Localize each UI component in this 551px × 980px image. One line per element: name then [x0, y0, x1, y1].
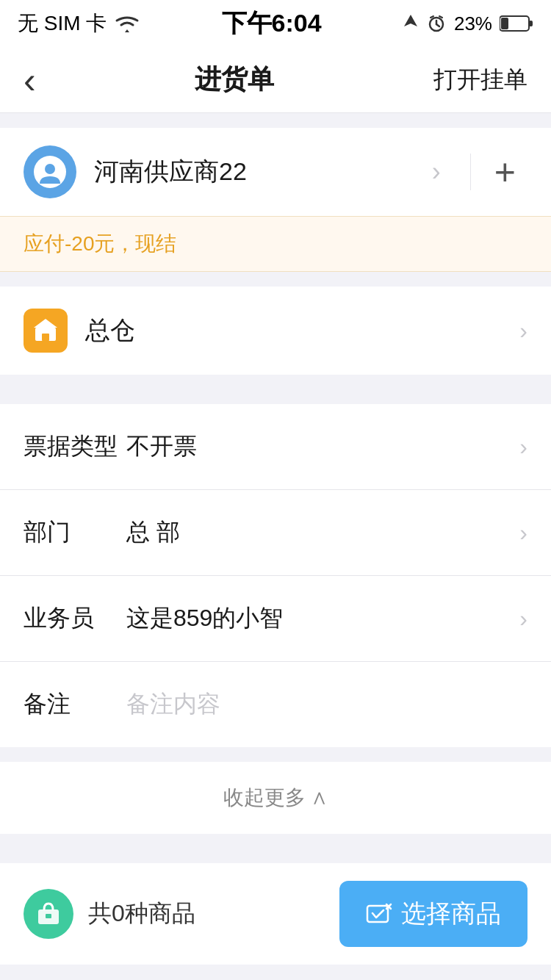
back-button[interactable]: ‹	[24, 59, 36, 101]
battery-text: 23%	[454, 12, 492, 35]
wifi-icon	[114, 13, 140, 34]
page-background	[0, 965, 551, 980]
supplier-chevron-icon: ›	[432, 156, 441, 187]
warehouse-name: 总仓	[85, 314, 519, 347]
svg-line-3	[431, 16, 433, 18]
bottom-bar: 共0种商品 选择商品	[0, 863, 551, 965]
warehouse-icon-wrap	[24, 309, 68, 353]
warehouse-section: 总仓 ›	[0, 287, 551, 375]
page-title: 进货单	[195, 62, 274, 98]
supplier-section: 河南供应商22 › + 应付-20元，现结	[0, 128, 551, 272]
select-product-label: 选择商品	[401, 897, 501, 931]
notice-text: 应付-20元，现结	[24, 232, 176, 255]
notice-bar: 应付-20元，现结	[0, 216, 551, 272]
section-gap-3	[0, 375, 551, 389]
remark-row[interactable]: 备注 备注内容	[0, 662, 551, 747]
nav-bar: ‹ 进货单 打开挂单	[0, 47, 551, 113]
svg-rect-14	[367, 906, 388, 922]
location-icon	[403, 13, 419, 34]
warehouse-chevron-icon: ›	[519, 317, 527, 345]
select-product-button[interactable]: 选择商品	[339, 881, 527, 947]
svg-rect-11	[42, 334, 49, 341]
supplier-divider	[470, 154, 471, 190]
collapse-row[interactable]: 收起更多 ∧	[0, 762, 551, 834]
section-gap-4	[0, 834, 551, 849]
status-time: 下午6:04	[222, 7, 322, 40]
carrier-text: 无 SIM 卡	[18, 10, 107, 37]
svg-marker-10	[34, 319, 57, 328]
product-icon-wrap	[24, 889, 73, 939]
section-gap-2	[0, 272, 551, 287]
svg-line-2	[436, 24, 439, 26]
select-product-icon	[366, 903, 392, 925]
product-count-text: 共0种商品	[88, 898, 339, 930]
svg-rect-6	[529, 21, 533, 26]
open-pending-button[interactable]: 打开挂单	[433, 64, 527, 96]
remark-input[interactable]: 备注内容	[126, 688, 527, 721]
invoice-type-value: 不开票	[126, 430, 519, 463]
svg-line-4	[439, 16, 442, 18]
invoice-type-label: 票据类型	[24, 430, 126, 463]
salesperson-row[interactable]: 业务员 这是859的小智 ›	[0, 576, 551, 662]
remark-label: 备注	[24, 688, 126, 721]
collapse-text: 收起更多 ∧	[223, 784, 328, 812]
department-label: 部门	[24, 516, 126, 549]
svg-rect-13	[46, 914, 51, 918]
warehouse-row[interactable]: 总仓 ›	[0, 287, 551, 375]
supplier-row[interactable]: 河南供应商22 › +	[0, 128, 551, 216]
section-gap-1	[0, 113, 551, 128]
status-right: 23%	[403, 12, 533, 35]
invoice-type-chevron-icon: ›	[519, 433, 527, 461]
department-chevron-icon: ›	[519, 519, 527, 547]
supplier-avatar-icon	[34, 156, 66, 188]
supplier-avatar	[24, 145, 76, 198]
status-left: 无 SIM 卡	[18, 10, 140, 37]
supplier-name: 河南供应商22	[94, 155, 432, 189]
salesperson-value: 这是859的小智	[126, 602, 519, 635]
add-supplier-button[interactable]: +	[483, 151, 527, 193]
invoice-type-row[interactable]: 票据类型 不开票 ›	[0, 404, 551, 490]
department-value: 总 部	[126, 516, 519, 549]
svg-point-8	[45, 164, 55, 174]
department-row[interactable]: 部门 总 部 ›	[0, 490, 551, 576]
svg-rect-7	[501, 18, 508, 29]
form-section: 票据类型 不开票 › 部门 总 部 › 业务员 这是859的小智 › 备注 备注…	[0, 404, 551, 747]
battery-icon	[500, 15, 533, 32]
alarm-icon	[426, 13, 447, 34]
status-bar: 无 SIM 卡 下午6:04 23%	[0, 0, 551, 47]
salesperson-label: 业务员	[24, 602, 126, 635]
salesperson-chevron-icon: ›	[519, 605, 527, 633]
